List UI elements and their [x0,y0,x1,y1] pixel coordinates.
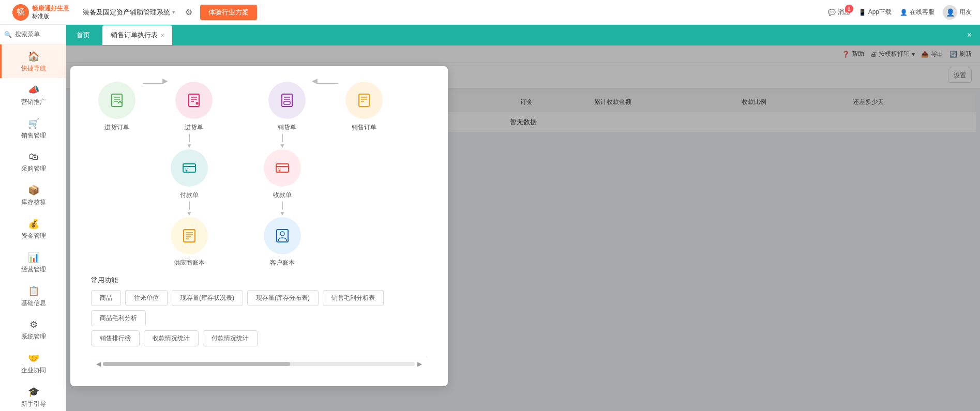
receipt-label: 收款单 [273,191,292,200]
btn-receipt-stats[interactable]: 收款情况统计 [144,330,199,346]
sidebar-item-purchase[interactable]: 🛍 采购管理 [0,145,66,178]
trial-button[interactable]: 体验行业方案 [200,5,257,20]
flow-node-purchase-order[interactable]: 进货订单 [91,82,143,132]
flow-node-payment[interactable]: ¥ 付款单 [163,149,215,200]
sidebar-item-finance[interactable]: 💰 资金管理 [0,212,66,246]
svg-point-28 [280,232,284,236]
scroll-thumb [103,362,290,366]
flow-row5: 供应商账本 客户账本 [91,217,427,267]
message-badge: 6 [845,5,853,13]
user-avatar: 👤 [943,5,957,20]
svg-rect-11 [284,101,290,104]
marketing-icon: 📣 [28,84,39,96]
svg-text:¥: ¥ [278,168,281,173]
sales-order-icon [345,82,383,119]
sidebar-label-system: 系统管理 [21,332,46,341]
service-icon: 👤 [900,9,908,16]
tab-close-icon[interactable]: × [161,32,164,38]
tab-sales-execution[interactable]: 销售订单执行表 × [102,25,172,45]
supplier-account-label: 供应商账本 [174,258,205,267]
btn-stock-dist[interactable]: 现存量(库存分布表) [247,290,319,306]
sidebar-label-enterprise: 企业协同 [21,366,46,375]
flow-node-sales-order[interactable]: 销售订单 [338,82,390,132]
sidebar-label-purchase: 采购管理 [21,164,46,173]
payment-label: 付款单 [180,191,199,200]
tab-home[interactable]: 首页 [66,25,100,45]
flow-node-purchase-bill[interactable]: 进货单 [168,82,220,132]
sidebar-label-finance: 资金管理 [21,232,46,240]
svg-text:¥: ¥ [185,168,188,173]
sidebar-item-ops[interactable]: 📊 经营管理 [0,246,66,279]
system-selector[interactable]: 装备及固定资产辅助管理系统 ▾ [79,6,179,19]
flow-node-receipt[interactable]: ¥ 收款单 [257,149,308,200]
sidebar-label-marketing: 营销推广 [21,98,46,106]
logo-area: 畅 畅康通好生意 标准版 [8,4,74,21]
common-buttons-row1: 商品 往来单位 现存量(库存状况表) 现存量(库存分布表) 销售毛利分析表 商品… [91,290,427,326]
payment-icon: ¥ [171,149,208,187]
app-icon: 📱 [858,9,866,16]
sidebar-item-quick-nav[interactable]: 🏠 快捷导航 [0,44,66,78]
flow-node-sales-bill[interactable]: 销货单 [261,82,313,132]
purchase-order-label: 进货订单 [104,123,129,132]
message-button[interactable]: 💬 消息 6 [828,8,850,17]
customer-account-icon [264,217,301,254]
search-menu-label: 搜索菜单 [15,30,40,39]
brand-sub: 标准版 [32,12,69,20]
flow-node-customer-account[interactable]: 客户账本 [257,217,308,267]
base-icon: 📋 [28,285,39,297]
btn-product[interactable]: 商品 [91,290,121,306]
btn-stock-status[interactable]: 现存量(库存状况表) [172,290,243,306]
btn-sales-rank[interactable]: 销售排行榜 [91,330,140,346]
top-right-actions: 💬 消息 6 📱 App下载 👤 在线客服 👤 用友 [828,5,972,20]
chevron-down-icon: ▾ [172,9,175,16]
sidebar-item-system[interactable]: ⚙ 系统管理 [0,313,66,346]
sidebar-item-sales[interactable]: 🛒 销售管理 [0,112,66,145]
svg-rect-22 [184,230,195,242]
customer-account-label: 客户账本 [270,258,295,267]
content-area: 首页 销售订单执行表 × × ❓ 帮助 [66,25,980,411]
flow-node-supplier-account[interactable]: 供应商账本 [163,217,215,267]
sidebar-label-quick-nav: 快捷导航 [21,64,46,73]
btn-payment-stats[interactable]: 付款情况统计 [203,330,258,346]
sidebar-item-inventory[interactable]: 📦 库存核算 [0,178,66,212]
search-icon: 🔍 [4,31,12,38]
top-bar: 畅 畅康通好生意 标准版 装备及固定资产辅助管理系统 ▾ ⚙ 体验行业方案 💬 … [0,0,980,25]
sidebar-item-enterprise[interactable]: 🤝 企业协同 [0,346,66,380]
overlay: 进货订单 ▶ 进货单 [66,45,980,411]
sales-bill-icon [268,82,306,119]
sidebar-item-newbie[interactable]: 🎓 新手引导 [0,380,66,411]
scroll-left-icon[interactable]: ◀ [94,360,103,368]
sidebar-item-base[interactable]: 📋 基础信息 [0,279,66,313]
purchase-bill-icon [175,82,213,119]
user-name: 用友 [959,8,972,17]
sales-order-label: 销售订单 [352,123,376,132]
user-menu[interactable]: 👤 用友 [943,5,972,20]
sales-icon: 🛒 [28,118,39,129]
panel-close-button[interactable]: × [963,31,976,39]
online-service-button[interactable]: 👤 在线客服 [900,8,934,17]
search-menu-button[interactable]: 🔍 搜索菜单 [0,25,66,44]
scroll-area: ◀ ▶ [91,357,427,371]
system-name: 装备及固定资产辅助管理系统 [83,8,170,17]
btn-sales-profit[interactable]: 销售毛利分析表 [323,290,384,306]
tab-bar-right: × [963,31,980,40]
purchase-icon: 🛍 [29,151,38,162]
svg-rect-0 [112,94,122,106]
home-icon: 🏠 [28,51,39,62]
left-arrow-icon: ◀ [312,77,318,85]
btn-product-profit[interactable]: 商品毛利分析 [91,310,146,326]
scroll-right-icon[interactable]: ▶ [415,360,424,368]
sidebar-item-marketing[interactable]: 📣 营销推广 [0,78,66,112]
settings-icon[interactable]: ⚙ [182,5,196,20]
inventory-icon: 📦 [28,185,39,196]
newbie-icon: 🎓 [28,386,39,398]
brand-name: 畅康通好生意 [32,5,69,13]
btn-partners[interactable]: 往来单位 [125,290,168,306]
scroll-track[interactable] [103,362,415,366]
logo-icon: 畅 [12,4,29,21]
app-container: 畅 畅康通好生意 标准版 装备及固定资产辅助管理系统 ▾ ⚙ 体验行业方案 💬 … [0,0,980,411]
arrow-down-purchase: ▼ [163,134,215,149]
receipt-icon: ¥ [264,149,301,187]
arrow-sales-order-to-bill: ◀ [313,82,338,99]
app-download-button[interactable]: 📱 App下载 [858,8,892,17]
